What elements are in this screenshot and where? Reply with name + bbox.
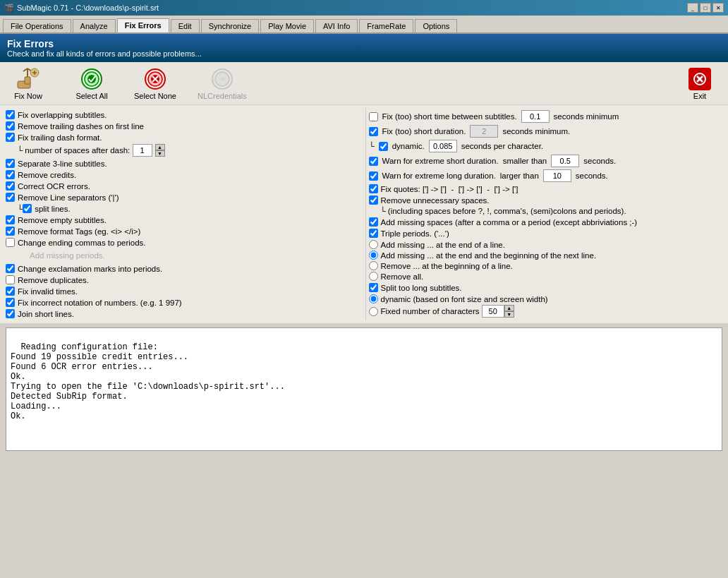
remove-trailing-dashes-label: Remove trailing dashes on first line [18,122,144,131]
exit-label: Exit [693,92,706,100]
remove-line-sep-checkbox[interactable] [6,193,15,202]
title-bar-left: 🎬 SubMagic 0.71 - C:\downloads\p-spirit.… [4,4,159,13]
fix-short-duration-checkbox[interactable] [369,127,378,136]
warn-extreme-long-input[interactable] [543,169,571,182]
tab-avi-info[interactable]: AVI Info [315,19,358,32]
change-ending-commas-checkbox[interactable] [6,238,15,247]
select-none-button[interactable]: Select None [134,66,176,100]
remove-unnecessary-spaces-row: Remove unnecessary spaces. [369,195,723,205]
tab-fix-errors[interactable]: Fix Errors [117,18,169,32]
exit-button[interactable]: Exit [679,66,721,100]
nl-credentials-button[interactable]: NLCredentials [198,66,247,100]
panels: Fix overlapping subtitles. Remove traili… [6,108,722,320]
correct-ocr-checkbox[interactable] [6,181,15,191]
remove-format-tags-checkbox[interactable] [6,227,15,236]
warn-extreme-long-checkbox[interactable] [369,171,378,181]
including-spaces-row: └ (including spaces before ?, !, comma's… [380,207,723,215]
minimize-button[interactable]: _ [687,3,698,13]
fix-short-duration-input[interactable] [470,125,498,138]
dynamic-checkbox[interactable] [379,142,388,151]
correct-ocr-label: Correct OCR errors. [18,182,90,191]
remove-all-label: Remove all. [381,272,424,281]
dynamic-unit: seconds per character. [461,142,543,150]
remove-trailing-dashes-row: Remove trailing dashes on first line [6,121,360,131]
fix-trailing-dash-checkbox[interactable] [6,133,15,142]
remove-credits-checkbox[interactable] [6,170,15,179]
remove-unnecessary-spaces-checkbox[interactable] [369,195,378,205]
tab-analyze[interactable]: Analyze [73,19,116,32]
remove-beginning-radio[interactable] [369,261,378,270]
split-too-long-checkbox[interactable] [369,283,378,292]
tab-options[interactable]: Options [415,19,457,32]
fix-incorrect-notation-checkbox[interactable] [6,298,15,307]
tabs-bar: File Operations Analyze Fix Errors Edit … [0,16,728,34]
add-missing-periods-row: Add missing periods. [17,249,360,262]
dynamic-input[interactable] [429,140,457,152]
fixed-chars-row: Fixed number of characters ▲ ▼ [369,305,723,318]
fix-short-duration-row: Fix (too) short duration. seconds minimu… [369,125,723,138]
spaces-spinner-down[interactable]: ▼ [155,150,165,157]
svg-rect-1 [25,77,30,84]
fixed-chars-input[interactable] [482,305,504,318]
tab-file-operations[interactable]: File Operations [3,19,71,32]
separate-3line-checkbox[interactable] [6,159,15,168]
fix-overlapping-checkbox[interactable] [6,110,15,119]
including-spaces-label: └ (including spaces before ?, !, comma's… [380,207,626,215]
remove-empty-checkbox[interactable] [6,215,15,224]
fix-short-time-input[interactable] [521,110,550,123]
tab-framerate[interactable]: FrameRate [359,19,413,32]
split-lines-checkbox[interactable] [23,204,32,213]
dynamic-label: dynamic. [392,142,425,150]
log-content: Reading configuration file: Found 19 pos… [11,342,285,421]
add-missing-end-next-radio[interactable] [369,251,378,260]
main-content: Fix overlapping subtitles. Remove traili… [0,105,728,323]
remove-beginning-row: Remove ... at the beginning of a line. [369,261,723,270]
fixed-chars-spinner-down[interactable]: ▼ [504,311,514,318]
add-missing-end-label: Add missing ... at the end of a line. [381,241,505,249]
fix-trailing-dash-label: Fix trailing dash format. [18,133,102,142]
fixed-chars-radio[interactable] [369,307,378,316]
change-exclamation-checkbox[interactable] [6,264,15,273]
smaller-than-label: smaller than [503,157,547,165]
left-panel: Fix overlapping subtitles. Remove traili… [6,108,365,320]
exit-icon [687,66,712,92]
add-missing-end-radio[interactable] [369,240,378,249]
fix-incorrect-notation-label: Fix incorrect notation of numbers. (e.g.… [18,299,182,307]
add-missing-spaces-checkbox[interactable] [369,217,378,227]
spaces-spinner-up[interactable]: ▲ [155,144,165,150]
tab-edit[interactable]: Edit [171,19,200,32]
warn-extreme-short-unit: seconds. [583,157,616,165]
fixed-chars-spinner-up[interactable]: ▲ [504,305,514,311]
fix-invalid-times-checkbox[interactable] [6,287,15,296]
fix-quotes-row: Fix quotes: ['] -> ['] - ['] -> ['] - ['… [369,184,723,193]
fix-short-time-checkbox[interactable] [369,112,378,121]
join-short-lines-checkbox[interactable] [6,309,15,318]
add-missing-periods-label: Add missing periods. [30,251,105,260]
select-all-icon [79,66,104,92]
fix-short-duration-label: Fix (too) short duration. [382,127,466,136]
split-lines-row: └ split lines. [17,204,360,213]
window-title: SubMagic 0.71 - C:\downloads\p-spirit.sr… [17,4,159,12]
warn-extreme-short-input[interactable] [551,155,579,167]
fix-now-button[interactable]: Fix Now [7,66,49,100]
remove-all-radio[interactable] [369,272,378,281]
fix-quotes-checkbox[interactable] [369,184,378,193]
maximize-button[interactable]: □ [700,3,711,13]
remove-line-sep-label: Remove Line separators ('|') [18,193,119,202]
close-button[interactable]: ✕ [712,3,724,13]
spaces-spinner-buttons: ▲ ▼ [155,144,165,157]
add-missing-spaces-label: Add missing spaces (after a comma or a p… [381,218,638,227]
remove-trailing-dashes-checkbox[interactable] [6,121,15,131]
change-exclamation-label: Change exclamation marks into periods. [18,265,162,273]
dynamic-font-radio[interactable] [369,294,378,303]
tab-play-movie[interactable]: Play Movie [260,19,314,32]
header-section: Fix Errors Check and fix all kinds of er… [0,34,728,62]
spaces-spinner-input[interactable] [133,144,152,157]
triple-periods-checkbox[interactable] [369,229,378,238]
tab-synchronize[interactable]: Synchronize [201,19,260,32]
select-all-button[interactable]: Select All [71,66,113,100]
warn-extreme-short-checkbox[interactable] [369,157,378,166]
remove-duplicates-checkbox[interactable] [6,275,15,284]
separate-3line-row: Separate 3-line subtitles. [6,159,360,168]
separate-3line-label: Separate 3-line subtitles. [18,159,107,168]
